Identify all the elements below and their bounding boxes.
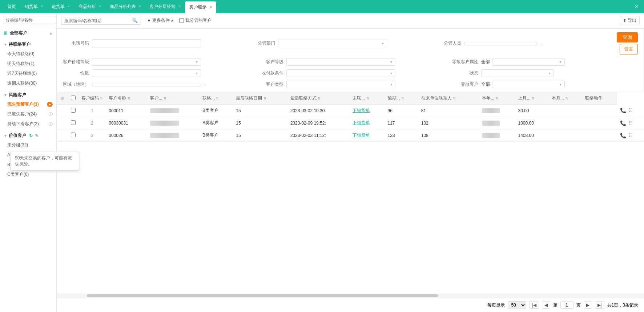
sort-liaison-icon[interactable]: ⇅ — [453, 96, 456, 100]
row-checkbox-cell[interactable] — [68, 105, 79, 117]
sort-unlocked-icon[interactable]: ⇅ — [366, 96, 369, 100]
nav-customer-contact[interactable]: 客户联络 × — [185, 1, 216, 13]
row-last-way[interactable]: 下销货单 — [350, 129, 385, 142]
sort-type-icon[interactable]: ⇅ — [164, 96, 166, 100]
close-product-analysis-list-tab[interactable]: × — [139, 0, 141, 13]
query-btn[interactable]: 查询 — [617, 32, 638, 42]
page-input[interactable] — [560, 301, 573, 309]
nav-purchase[interactable]: 进货单 × — [47, 0, 74, 13]
sort-overdue-icon[interactable]: ⇅ — [401, 96, 404, 100]
sidebar-item-ungrouped[interactable]: 未分组(32) — [0, 140, 56, 150]
row-checkbox-2[interactable] — [71, 133, 76, 137]
more-action-icon[interactable]: ⠿ — [628, 108, 632, 113]
filter-status-field: 状态 ▾ — [452, 69, 638, 77]
table-checkbox-all[interactable] — [68, 92, 79, 105]
zero-customer-select[interactable]: ▾ — [492, 81, 565, 88]
horizontal-scrollbar[interactable] — [57, 293, 644, 298]
gender-select[interactable]: ▾ — [92, 69, 201, 77]
last-page-btn[interactable]: ▶| — [595, 301, 604, 309]
export-btn[interactable]: ⬆ 导出 — [620, 16, 640, 25]
sidebar-item-declining[interactable]: 持续下滑客户(2) ⓘ — [0, 119, 56, 129]
nav-customer-segmentation[interactable]: 客户分层经营 × — [145, 0, 185, 13]
sidebar-search-input[interactable] — [3, 16, 57, 24]
sort-date-icon[interactable]: ⇅ — [263, 96, 266, 100]
settings-btn[interactable]: 设置 — [620, 44, 638, 54]
more-action-icon[interactable]: ⠿ — [628, 133, 632, 138]
region-select[interactable] — [92, 83, 201, 86]
phone-input[interactable] — [92, 39, 201, 48]
close-sales-tab[interactable]: × — [41, 0, 43, 13]
sort-last-month-icon[interactable]: ⇅ — [532, 96, 535, 100]
phone-action-icon[interactable]: 📞 — [620, 133, 626, 138]
close-purchase-tab[interactable]: × — [68, 0, 70, 13]
select-all-checkbox[interactable] — [71, 96, 76, 100]
nav-product-analysis[interactable]: 商品分析 × — [74, 0, 105, 13]
region-dots[interactable]: ··· — [202, 82, 206, 87]
th-code: 客户编码 ⇅ — [79, 92, 106, 105]
phone-action-icon[interactable]: 📞 — [620, 120, 626, 126]
dept-select[interactable]: ▾ — [278, 40, 387, 47]
sidebar-item-overdue[interactable]: 逾期未联络(30) — [0, 78, 56, 88]
sort-this-month-icon[interactable]: ⇅ — [565, 96, 568, 100]
sidebar-section-value-title[interactable]: ▼ 价值客户 ↻ ✎ — [0, 130, 56, 140]
sort-name-icon[interactable]: ⇅ — [128, 96, 130, 100]
row-checkbox-1[interactable] — [71, 120, 76, 125]
filter-search-box[interactable]: 🔍 — [61, 17, 141, 25]
sidebar-item-today[interactable]: 今天待联络(0) — [0, 49, 56, 59]
row-last-way[interactable]: 下销货单 — [350, 117, 385, 129]
close-customer-seg-tab[interactable]: × — [178, 0, 181, 13]
manager-dots[interactable]: ··· — [538, 41, 542, 46]
sidebar-item-churn-warning[interactable]: 流失预警客户(3) ● — [0, 100, 56, 109]
last-way-link[interactable]: 下销货单 — [353, 108, 370, 113]
row-name — [147, 129, 200, 142]
sidebar-section-risk-title[interactable]: ▼ 风险客户 — [0, 90, 56, 100]
sidebar-item-type-c[interactable]: C类客户(6) — [0, 170, 56, 179]
edit-icon[interactable]: ✎ — [35, 133, 39, 138]
payment-select[interactable]: ▾ — [286, 69, 395, 77]
row-checkbox-cell[interactable] — [68, 129, 79, 142]
row-checkbox-0[interactable] — [71, 108, 76, 113]
manager-select[interactable] — [464, 42, 537, 45]
row-last-way[interactable]: 下销货单 — [350, 105, 385, 117]
nav-sales[interactable]: 销货单 × — [20, 0, 47, 13]
table-gear-col[interactable]: ⚙ — [57, 92, 68, 105]
more-action-icon[interactable]: ⠿ — [628, 120, 632, 126]
refresh-icon[interactable]: ↻ — [29, 133, 33, 138]
sidebar-root-header[interactable]: ⊞ 全部客户 « — [0, 27, 56, 39]
nav-home[interactable]: 首页 — [3, 0, 20, 13]
per-page-select[interactable]: 50 20 100 — [508, 301, 526, 309]
prev-page-btn[interactable]: ◀ — [542, 301, 550, 309]
row-checkbox-cell[interactable] — [68, 117, 79, 129]
status-select[interactable]: ▾ — [481, 69, 554, 77]
sidebar-item-churned[interactable]: 已流失客户(24) ⓘ — [0, 109, 56, 119]
scroll-thumb[interactable] — [87, 294, 438, 297]
last-way-link[interactable]: 下销货单 — [353, 133, 370, 138]
close-customer-contact-tab[interactable]: × — [210, 1, 212, 13]
filter-search-icon[interactable]: 🔍 — [132, 18, 138, 23]
customer-type-select[interactable]: ▾ — [286, 81, 395, 88]
close-all-tabs[interactable]: × — [632, 3, 641, 10]
zero-attr-select[interactable]: ▾ — [492, 58, 565, 66]
my-customers-checkbox[interactable] — [179, 18, 184, 23]
sidebar-section-pending-title[interactable]: ▼ 待联络客户 — [0, 39, 56, 49]
phone-action-icon[interactable]: 📞 — [620, 108, 626, 113]
customer-level-select[interactable]: ▾ — [286, 58, 395, 66]
sort-contact-icon[interactable]: ⇅ — [216, 96, 219, 100]
my-customers-checkbox-wrap[interactable]: 我分管的客户 — [179, 17, 212, 24]
sort-year-icon[interactable]: ⇅ — [496, 96, 499, 100]
filter-search-input[interactable] — [64, 18, 132, 23]
customer-level-caret: ▾ — [390, 60, 392, 64]
row-last-date: 2023-03-02 10:30: — [287, 105, 350, 117]
last-way-link[interactable]: 下销货单 — [353, 120, 370, 125]
close-product-analysis-tab[interactable]: × — [99, 0, 101, 13]
price-level-select[interactable]: ▾ — [92, 58, 201, 66]
collapse-icon[interactable]: « — [50, 31, 53, 36]
first-page-btn[interactable]: |◀ — [529, 301, 539, 309]
nav-product-analysis-list[interactable]: 商品分析列表 × — [105, 0, 145, 13]
sidebar-item-tomorrow[interactable]: 明天待联络(1) — [0, 59, 56, 69]
sidebar-item-7days[interactable]: 近7天待联络(0) — [0, 69, 56, 78]
more-conditions-btn[interactable]: ▼ 更多条件 ∧ — [144, 16, 176, 25]
next-page-btn[interactable]: ▶ — [584, 301, 592, 309]
sort-way-icon[interactable]: ⇅ — [318, 96, 321, 100]
sort-code-icon[interactable]: ⇅ — [100, 96, 103, 100]
